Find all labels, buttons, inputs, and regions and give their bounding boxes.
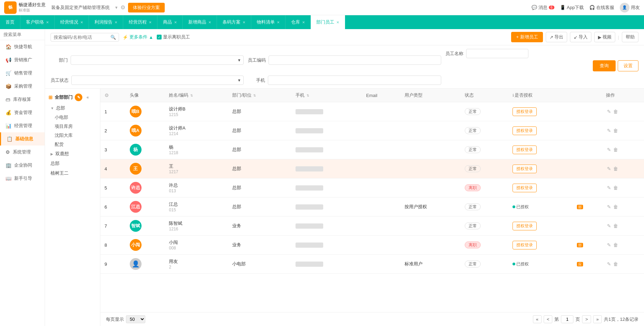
system-title-dropdown-icon[interactable]: ▾ <box>115 5 118 10</box>
page-first-btn[interactable]: « <box>533 315 542 323</box>
sidebar-item-guide[interactable]: 📖 新手引导 <box>0 172 45 185</box>
online-service-item[interactable]: 🎧 在线客服 <box>589 5 614 11</box>
import-button[interactable]: ↙ 导入 <box>570 32 591 42</box>
delete-icon[interactable]: 🗑 <box>613 166 618 171</box>
delete-icon[interactable]: 🗑 <box>613 109 618 114</box>
sidebar-item-purchase[interactable]: 📦 采购管理 <box>0 80 45 93</box>
employee-code: 1217 <box>169 169 224 174</box>
phone-blurred: 138xxxxxxxx <box>296 204 323 210</box>
nav-tab-operation[interactable]: 经营情况 ✕ <box>55 15 89 29</box>
auth-button[interactable]: 授权登录 <box>513 184 537 192</box>
delete-icon[interactable]: 🗑 <box>613 147 618 152</box>
cell-phone: 138xxxxxxxx <box>291 102 362 121</box>
query-button[interactable]: 查询 <box>593 60 616 71</box>
trial-button[interactable]: 体验行业方案 <box>128 3 165 12</box>
edit-icon[interactable]: ✎ <box>607 242 611 248</box>
show-resigned-toggle[interactable]: ✓ 显示离职员工 <box>157 34 190 40</box>
auth-button[interactable]: 授权登录 <box>513 222 537 230</box>
auth-button[interactable]: 授权登录 <box>513 241 537 249</box>
delete-icon[interactable]: 🗑 <box>613 185 618 191</box>
dept-child-xiaodian[interactable]: 小电部 <box>45 113 100 122</box>
nav-tab-warehouse[interactable]: 仓库 ✕ <box>285 15 311 29</box>
export-button[interactable]: ↗ 导出 <box>546 32 567 42</box>
empname-input[interactable] <box>466 49 528 58</box>
nav-tab-new-goods[interactable]: 新增商品 ✕ <box>183 15 217 29</box>
sidebar-item-finance[interactable]: 💰 资金管理 <box>0 106 45 119</box>
phone-input[interactable] <box>268 76 441 85</box>
edit-icon[interactable]: ✎ <box>607 261 611 267</box>
page-next-btn[interactable]: > <box>582 315 591 323</box>
nav-tab-goods[interactable]: 商品 ✕ <box>157 15 183 29</box>
edit-icon[interactable]: ✎ <box>607 128 611 133</box>
dept-node-shuanglu[interactable]: ▶ 双鹿想 <box>45 149 100 159</box>
sidebar-item-basic-info[interactable]: 📋 基础信息 <box>0 132 45 146</box>
edit-icon[interactable]: ✎ <box>607 147 611 152</box>
app-download-item[interactable]: 📱 App下载 <box>560 5 584 11</box>
dept-node-zongbu[interactable]: 总部 <box>45 159 100 168</box>
auth-button[interactable]: 授权登录 <box>513 146 537 154</box>
user-item[interactable]: 👤 用友 <box>620 3 640 12</box>
sidebar-search-input[interactable] <box>3 32 45 37</box>
auth-button[interactable]: 授权登录 <box>513 107 537 116</box>
delete-icon[interactable]: 🗑 <box>613 242 618 248</box>
dept-node-headquarters[interactable]: ▼ 总部 <box>45 103 100 113</box>
delete-icon[interactable]: 🗑 <box>613 223 618 229</box>
settings-icon[interactable]: ⚙ <box>120 4 125 11</box>
add-employee-button[interactable]: + 新增员工 <box>511 32 543 42</box>
cell-tag: 应 <box>572 255 602 274</box>
cell-tag: 部 <box>572 197 602 217</box>
edit-icon[interactable]: ✎ <box>607 223 611 229</box>
delete-icon[interactable]: 🗑 <box>613 261 618 267</box>
nav-tab-history[interactable]: 经营历程 ✕ <box>123 15 157 29</box>
edit-icon[interactable]: ✎ <box>607 185 611 191</box>
edit-icon[interactable]: ✎ <box>607 204 611 210</box>
page-prev-btn[interactable]: < <box>544 315 553 323</box>
page-last-btn[interactable]: » <box>593 315 602 323</box>
help-button[interactable]: 帮助 <box>622 32 638 42</box>
dept-edit-icon[interactable]: ✎ <box>75 94 82 101</box>
th-settings[interactable]: ⚙ <box>100 89 126 102</box>
nav-tab-bom[interactable]: 物料清单 ✕ <box>251 15 285 29</box>
cell-avatar: 小闯 <box>126 236 165 255</box>
per-page-select[interactable]: 50 100 <box>126 315 145 323</box>
sidebar-item-quick-nav[interactable]: 🏠 快捷导航 <box>0 40 45 53</box>
dept-child-project[interactable]: 项目库房 <box>45 122 100 131</box>
dept-child-shenyang[interactable]: 沈阳大库 <box>45 131 100 140</box>
page-number-input[interactable] <box>561 315 573 323</box>
column-settings-icon[interactable]: ⚙ <box>105 92 109 98</box>
nav-tab-department[interactable]: 部门员工 ✕ <box>311 15 345 29</box>
th-dept[interactable]: 部门/职位 ⇅ <box>228 89 291 102</box>
delete-icon[interactable]: 🗑 <box>613 128 618 133</box>
nav-tab-home[interactable]: 首页 <box>0 15 20 29</box>
auth-button[interactable]: 授权登录 <box>513 126 537 135</box>
sidebar-item-enterprise[interactable]: 🏢 企业协同 <box>0 159 45 172</box>
view-button[interactable]: ▶ 视频 <box>594 32 615 42</box>
nav-tab-barcode[interactable]: 条码方案 ✕ <box>217 15 251 29</box>
sidebar-item-operations[interactable]: 📊 经营管理 <box>0 119 45 132</box>
message-item[interactable]: 💬 消息 6 <box>532 5 554 11</box>
nav-tab-customer[interactable]: 客户联络 ✕ <box>20 15 55 29</box>
cell-phone: 138xxxxxxxx <box>291 197 362 217</box>
delete-icon[interactable]: 🗑 <box>613 204 618 210</box>
set-button[interactable]: 设置 <box>618 60 638 71</box>
empcode-input[interactable] <box>269 55 441 65</box>
th-phone[interactable]: 手机 ⇅ <box>291 89 362 102</box>
dept-node-zhishu[interactable]: 植树王二 <box>45 168 100 178</box>
dept-collapse-btn[interactable]: « <box>87 95 89 100</box>
sidebar-item-sales[interactable]: 🛒 销售管理 <box>0 67 45 80</box>
edit-icon[interactable]: ✎ <box>607 166 611 171</box>
auth-button[interactable]: 授权登录 <box>513 165 537 173</box>
sidebar-item-system[interactable]: ⚙ 系统管理 <box>0 146 45 159</box>
status-select[interactable]: ▾ <box>71 76 244 85</box>
edit-icon[interactable]: ✎ <box>607 109 611 114</box>
import-label: 导入 <box>579 34 588 40</box>
dept-child-peihuo[interactable]: 配货 <box>45 140 100 149</box>
sidebar-item-marketing[interactable]: 📢 营销推广 <box>0 53 45 67</box>
search-input[interactable] <box>54 35 109 40</box>
dept-select[interactable]: ▾ <box>71 55 244 65</box>
nav-tab-profit[interactable]: 利润报告 ✕ <box>89 15 123 29</box>
more-filters-btn[interactable]: ⚡ 更多条件 ▲ <box>123 34 153 40</box>
sidebar-item-inventory[interactable]: 🗃 库存核算 <box>0 93 45 106</box>
th-name[interactable]: 姓名/编码 ⇅ <box>165 89 228 102</box>
quick-nav-icon: 🏠 <box>6 44 11 50</box>
